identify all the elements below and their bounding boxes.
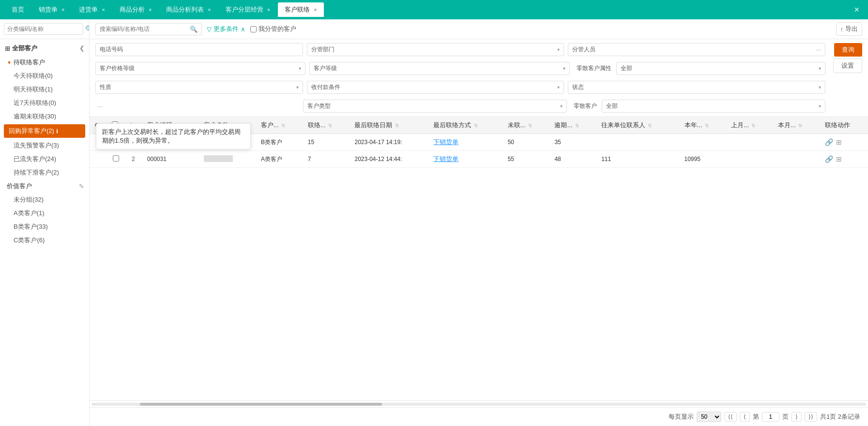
action-buttons: 查询 设置: [829, 43, 862, 73]
prev-page-btn[interactable]: ⟨: [740, 412, 750, 422]
tab-analysis-list-close[interactable]: ×: [208, 7, 211, 13]
col-type[interactable]: 客户... ⇅: [256, 117, 303, 134]
my-customer-checkbox[interactable]: [250, 26, 257, 32]
filter-nature[interactable]: 性质 ▾: [95, 81, 303, 94]
edit-icon[interactable]: ✎: [79, 183, 84, 190]
my-customer-checkbox-area: 我分管的客户: [250, 25, 296, 33]
row-unit-contact: 111: [596, 151, 679, 168]
last-page-btn[interactable]: ⟩⟩: [805, 412, 817, 422]
filter-price-level[interactable]: 客户价格等级 ▾: [95, 62, 305, 75]
grid-action-icon[interactable]: ⊞: [836, 155, 842, 163]
col-this-month[interactable]: 本月... ⇅: [773, 117, 820, 134]
row-select-checkbox[interactable]: [113, 155, 119, 162]
link-action-icon[interactable]: 🔗: [825, 155, 833, 163]
per-page-label: 每页显示: [669, 412, 694, 421]
more-conditions-btn[interactable]: ▽ 更多条件 ∧: [207, 25, 245, 33]
filter-customer-type[interactable]: 客户类型 ▾: [303, 100, 566, 113]
row-checkbox[interactable]: [107, 151, 124, 168]
tab-customer-segments[interactable]: 客户分层经营 ×: [219, 2, 277, 17]
col-unreached[interactable]: 未联... ⇅: [503, 117, 550, 134]
horizontal-scrollbar[interactable]: [90, 400, 868, 407]
tab-analysis[interactable]: 商品分析 ×: [113, 2, 158, 17]
sidebar-search-input[interactable]: [4, 23, 83, 35]
row-last-method[interactable]: 下销货单: [428, 151, 503, 168]
sidebar-item-b-class[interactable]: B类客户(33): [0, 220, 89, 234]
row-last-month: [726, 151, 773, 168]
page-number-input[interactable]: [762, 412, 779, 422]
sidebar-item-loss-warning[interactable]: 流失预警客户(3): [0, 139, 89, 152]
col-contact[interactable]: 联络... ⇅: [303, 117, 350, 134]
link-action-icon[interactable]: 🔗: [825, 138, 833, 146]
tab-purchase[interactable]: 进货单 ×: [72, 2, 111, 17]
filter-scattered-attr-select[interactable]: 全部 ▾: [616, 62, 825, 75]
sidebar-item-declining[interactable]: 持续下滑客户(2): [0, 166, 89, 179]
chevron-down-icon: ▾: [819, 66, 821, 71]
sidebar-item-ungrouped[interactable]: 未分组(32): [0, 193, 89, 206]
row-overdue: 48: [549, 151, 596, 168]
scroll-thumb[interactable]: [140, 403, 382, 406]
col-unit-contact[interactable]: 往来单位联系人 ⇅: [596, 117, 679, 134]
row-last-date: 2023-04-17 14:19:: [350, 134, 428, 151]
sidebar-item-a-class[interactable]: A类客户(1): [0, 206, 89, 220]
sidebar-item-c-class[interactable]: C类客户(6): [0, 234, 89, 247]
col-overdue[interactable]: 逾期... ⇅: [549, 117, 596, 134]
sidebar-collapse-btn[interactable]: ❮: [79, 45, 84, 52]
dots-icon[interactable]: ···: [816, 46, 821, 53]
filter-dept[interactable]: 分管部门 ▾: [307, 43, 564, 56]
tab-analysis-list[interactable]: 商品分析列表 ×: [159, 2, 217, 17]
next-page-btn[interactable]: ⟩: [792, 412, 802, 422]
search-icon[interactable]: 🔍: [190, 26, 198, 33]
settings-button[interactable]: 设置: [833, 59, 862, 73]
row-last-method[interactable]: 下销货单: [428, 134, 503, 151]
first-page-btn[interactable]: ⟨⟨: [724, 412, 737, 422]
tab-customer-contact-close[interactable]: ×: [314, 7, 317, 13]
chevron-down-icon: ▾: [819, 85, 821, 90]
col-this-year[interactable]: 本年... ⇅: [680, 117, 727, 134]
filter-scattered-select[interactable]: 全部 ▾: [602, 100, 825, 113]
sidebar-item-overdue[interactable]: 逾期未联络(30): [0, 110, 89, 123]
filter-status[interactable]: 状态 ▾: [568, 81, 825, 94]
sort-icon: ⇅: [751, 123, 755, 128]
tab-analysis-close[interactable]: ×: [149, 7, 152, 13]
advanced-filter: 电话号码 分管部门 ▾ 分管人员 ···: [90, 39, 868, 117]
more-dots-icon[interactable]: ···: [97, 103, 103, 110]
tab-customer-segments-close[interactable]: ×: [267, 7, 270, 13]
filter-phone[interactable]: 电话号码: [95, 43, 303, 56]
row-settings[interactable]: [90, 151, 107, 168]
row-unreached: 50: [503, 134, 550, 151]
filter-person[interactable]: 分管人员 ···: [568, 43, 825, 56]
query-button[interactable]: 查询: [834, 43, 862, 57]
col-last-month[interactable]: 上月... ⇅: [726, 117, 773, 134]
per-page-select[interactable]: 50 10 20 100: [697, 411, 721, 422]
grid-action-icon[interactable]: ⊞: [836, 138, 842, 146]
col-last-date[interactable]: 最后联络日期 ⇅: [350, 117, 428, 134]
tab-home[interactable]: 首页: [5, 2, 31, 17]
tab-sales[interactable]: 销货单 ×: [32, 2, 71, 17]
row-name[interactable]: [199, 151, 256, 168]
sidebar-item-lost[interactable]: 已流失客户(24): [0, 152, 89, 166]
col-last-method[interactable]: 最后联络方式 ⇅: [428, 117, 503, 134]
search-input[interactable]: [100, 26, 188, 32]
filter-customer-level[interactable]: 客户等级 ▾: [309, 62, 570, 75]
pagination-bar: 每页显示 50 10 20 100 ⟨⟨ ⟨ 第 页 ⟩ ⟩⟩ 共1页 2条记录: [90, 407, 868, 426]
sidebar-repurchase-anomaly[interactable]: 回购异常客户(2) ℹ: [4, 124, 85, 138]
tab-sales-close[interactable]: ×: [61, 7, 64, 13]
top-nav: 首页 销货单 × 进货单 × 商品分析 × 商品分析列表 × 客户分层经营 × …: [0, 0, 868, 19]
sidebar-all-label: 全部客户: [12, 44, 37, 53]
window-close-button[interactable]: ×: [850, 3, 863, 17]
info-icon: ℹ: [56, 128, 58, 134]
export-label: 导出: [845, 25, 858, 33]
tab-customer-contact[interactable]: 客户联络 ×: [278, 2, 323, 17]
row-code[interactable]: 000031: [142, 151, 199, 168]
filter-payment[interactable]: 收付款条件 ▾: [307, 81, 564, 94]
row-index: 2: [124, 151, 142, 168]
export-button[interactable]: ↑ 导出: [836, 22, 863, 36]
sidebar-search-icon[interactable]: 🔍: [85, 25, 90, 33]
sidebar-item-today[interactable]: 今天待联络(0): [0, 69, 89, 83]
tab-purchase-close[interactable]: ×: [102, 7, 105, 13]
table-area[interactable]: ⚙ # 客户编码 ⇅ 客户名称 ⇅: [90, 117, 868, 400]
sidebar-item-tomorrow[interactable]: 明天待联络(1): [0, 83, 89, 96]
sidebar-all-customers[interactable]: ⊞ 全部客户 ❮: [0, 41, 89, 56]
sidebar-item-7days[interactable]: 近7天待联络(0): [0, 96, 89, 110]
sidebar-pending-group[interactable]: ▼ 待联络客户: [0, 56, 89, 69]
